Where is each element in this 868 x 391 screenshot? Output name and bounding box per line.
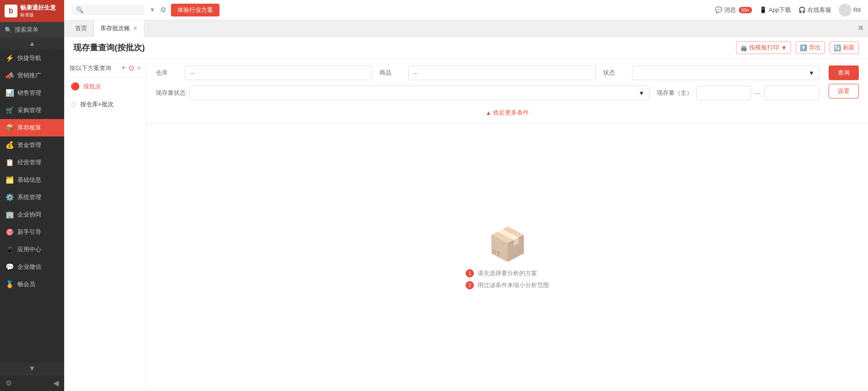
operations-icon: 📋 xyxy=(5,158,14,167)
tab-home-label: 首页 xyxy=(75,24,87,33)
tab-close-icon[interactable]: ✕ xyxy=(133,25,137,32)
message-icon: 💬 xyxy=(715,6,722,13)
refresh-button[interactable]: 🔄 刷新 xyxy=(830,41,859,54)
online-service-button[interactable]: 🎧 在线客服 xyxy=(798,6,831,14)
tabbar: 首页 库存批次账 ✕ ✕ xyxy=(64,20,868,37)
sidebar-item-label: 畅会员 xyxy=(17,280,35,288)
scheme-item-warehouse-batch[interactable]: ⊙ 按仓库+批次 xyxy=(64,95,146,113)
inventory-status-label: 现存量状态 xyxy=(156,89,186,97)
empty-step-2: 2 用过滤条件来缩小分析范围 xyxy=(466,281,549,289)
sidebar-item-label: 基础信息 xyxy=(17,176,41,184)
settings-icon[interactable]: ⚙ xyxy=(5,379,12,387)
messages-button[interactable]: 💬 消息 99+ xyxy=(715,6,752,14)
scheme-item-batch[interactable]: 🔴 按批次 xyxy=(64,77,146,95)
scheme-settings-icon[interactable]: ⊙ xyxy=(128,64,134,72)
filter-collapse-button[interactable]: ▲ 收起更多条件 xyxy=(156,109,859,117)
product-label: 商品 xyxy=(379,69,405,77)
inventory-status-select[interactable]: ▼ xyxy=(189,86,649,100)
product-dots: ··· xyxy=(413,70,418,76)
sidebar-header: b 畅康通好生意 标准版 xyxy=(0,0,64,22)
left-panel-header: 按以下方案查询 + ⊙ « xyxy=(64,59,146,77)
search-label: 搜索菜单 xyxy=(15,26,38,34)
sidebar-item-label: 库存核算 xyxy=(17,124,41,132)
status-select[interactable]: ▼ xyxy=(632,65,819,80)
user-menu[interactable]: Rit xyxy=(839,4,861,16)
search-icon: 🔍 xyxy=(5,27,12,33)
collapse-panel-icon[interactable]: « xyxy=(137,64,141,72)
print-icon: 🖨️ xyxy=(740,44,747,51)
inventory-status-group: 现存量状态 ▼ xyxy=(156,86,649,100)
basic-icon: 🗂️ xyxy=(5,176,14,184)
topbar-right: 💬 消息 99+ 📱 App下载 🎧 在线客服 Rit xyxy=(715,4,861,16)
step-2-number: 2 xyxy=(466,281,474,289)
tab-inventory-batch[interactable]: 库存批次账 ✕ xyxy=(94,20,144,37)
warehouse-filter-group: 仓库 ··· xyxy=(156,65,372,80)
app-logo: b xyxy=(5,5,17,17)
qty-max-input[interactable] xyxy=(764,86,819,100)
messages-label: 消息 xyxy=(724,6,736,14)
page-header: 现存量查询(按批次) 🖨️ 按模板打印 ▼ ⬆️ 导出 🔄 刷新 xyxy=(64,37,868,59)
sidebar-item-sales[interactable]: 📊 销售管理 xyxy=(0,84,64,102)
left-panel-title: 按以下方案查询 xyxy=(70,64,111,72)
sidebar-item-operations[interactable]: 📋 经营管理 xyxy=(0,154,64,171)
tab-home[interactable]: 首页 xyxy=(69,20,94,37)
trial-button[interactable]: 体验行业方案 xyxy=(171,4,220,16)
app-title: 畅康通好生意 xyxy=(20,4,56,12)
sidebar-item-label: 采购管理 xyxy=(17,106,41,114)
sidebar-item-basic[interactable]: 🗂️ 基础信息 xyxy=(0,171,64,189)
sidebar-footer: ⚙ ◀ xyxy=(0,375,64,391)
sidebar-scroll-up[interactable]: ▲ xyxy=(0,38,64,49)
sidebar-item-finance[interactable]: 💰 资金管理 xyxy=(0,136,64,154)
radio-icon: ⊙ xyxy=(71,100,77,109)
product-input[interactable]: ··· xyxy=(408,65,596,80)
shortcuts-icon: ⚡ xyxy=(5,54,14,62)
apps-icon: 📱 xyxy=(5,245,14,254)
empty-step-1: 1 请先选择要分析的方案 xyxy=(466,269,549,277)
purchase-icon: 🛒 xyxy=(5,106,14,114)
sidebar-item-purchase[interactable]: 🛒 采购管理 xyxy=(0,102,64,119)
sidebar-item-inventory[interactable]: 📦 库存核算 xyxy=(0,119,64,136)
query-button[interactable]: 查询 xyxy=(829,65,859,80)
filter-right-buttons: 查询 设置 xyxy=(824,65,859,106)
user-avatar xyxy=(839,4,852,16)
topbar-search-box[interactable]: 🔍 xyxy=(71,5,145,15)
qty-min-input[interactable] xyxy=(696,86,751,100)
sidebar-item-enterprise[interactable]: 🏢 企业协同 xyxy=(0,206,64,223)
sidebar-item-marketing[interactable]: 📣 营销推广 xyxy=(0,67,64,84)
app-download-button[interactable]: 📱 App下载 xyxy=(759,6,791,14)
app-subtitle: 标准版 xyxy=(20,12,56,18)
sidebar-item-label: 经营管理 xyxy=(17,158,41,167)
sidebar-item-system[interactable]: ⚙️ 系统管理 xyxy=(0,189,64,206)
left-panel-icons: + ⊙ « xyxy=(121,64,141,72)
topbar-search-icon: 🔍 xyxy=(76,6,83,13)
right-panel: 仓库 ··· 商品 ··· xyxy=(147,59,868,391)
page-body: 按以下方案查询 + ⊙ « 🔴 按批次 ⊙ 按仓库+批次 xyxy=(64,59,868,391)
add-scheme-icon[interactable]: + xyxy=(121,64,126,72)
settings-button[interactable]: 设置 xyxy=(829,84,859,98)
enterprise-icon: 🏢 xyxy=(5,211,14,219)
panel-close-icon[interactable]: ✕ xyxy=(857,24,863,33)
tab-inventory-batch-label: 库存批次账 xyxy=(100,24,130,33)
sidebar-item-wechat[interactable]: 💬 企业微信 xyxy=(0,258,64,276)
topbar-dropdown-icon[interactable]: ▼ xyxy=(149,6,155,13)
export-button[interactable]: ⬆️ 导出 xyxy=(796,41,825,54)
status-filter-group: 状态 ▼ xyxy=(603,65,819,80)
sidebar-item-label: 销售管理 xyxy=(17,89,41,97)
sidebar-item-member[interactable]: 🏅 畅会员 xyxy=(0,276,64,293)
status-label: 状态 xyxy=(603,69,628,77)
print-button[interactable]: 🖨️ 按模板打印 ▼ xyxy=(736,41,791,54)
sidebar-search[interactable]: 🔍 搜索菜单 xyxy=(0,22,64,38)
status-chevron-icon: ▼ xyxy=(808,70,814,76)
sidebar-item-label: 快捷导航 xyxy=(17,54,41,62)
sidebar-scroll-down[interactable]: ▼ xyxy=(0,363,64,375)
main-area: 🔍 ▼ ⚙ 体验行业方案 💬 消息 99+ 📱 App下载 🎧 在线客服 Rit xyxy=(64,0,868,391)
sidebar: b 畅康通好生意 标准版 🔍 搜索菜单 ▲ ⚡ 快捷导航 📣 营销推广 📊 销售… xyxy=(0,0,64,391)
sales-icon: 📊 xyxy=(5,89,14,97)
collapse-icon[interactable]: ◀ xyxy=(53,379,59,387)
sidebar-item-shortcuts[interactable]: ⚡ 快捷导航 xyxy=(0,49,64,67)
sidebar-item-guide[interactable]: 🎯 新手引导 xyxy=(0,223,64,241)
step-1-number: 1 xyxy=(466,269,474,277)
warehouse-input[interactable]: ··· xyxy=(185,65,372,80)
sidebar-item-apps[interactable]: 📱 应用中心 xyxy=(0,241,64,258)
topbar-settings-icon[interactable]: ⚙ xyxy=(160,5,166,14)
